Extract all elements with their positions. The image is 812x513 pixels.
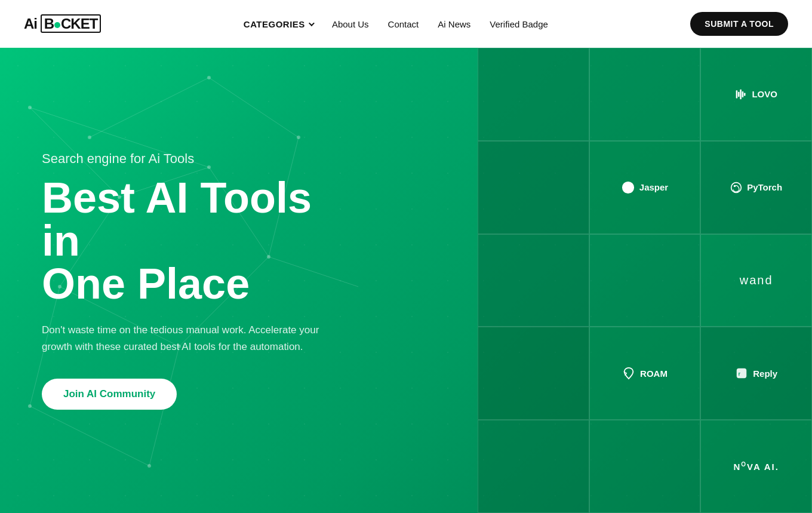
lovo-logo: LOVO <box>735 88 777 100</box>
logo-text: Ai BCKET <box>24 16 101 32</box>
hero-section: Search engine for Ai Tools Best AI Tools… <box>0 48 812 513</box>
jasper-name: Jasper <box>639 182 668 192</box>
join-community-button[interactable]: Join AI Community <box>42 379 177 410</box>
tool-cell-empty-8 <box>589 420 701 513</box>
lovo-name: LOVO <box>752 89 777 99</box>
reply-logo: r Reply <box>735 367 777 380</box>
nova-name: NOVA AI. <box>733 461 779 472</box>
svg-rect-29 <box>744 93 746 96</box>
categories-label: CATEGORIES <box>244 19 305 29</box>
nav-verified-badge[interactable]: Verified Badge <box>490 19 548 29</box>
roam-name: ROAM <box>640 368 668 379</box>
categories-menu[interactable]: CATEGORIES <box>244 19 313 29</box>
tool-cell-jasper[interactable]: Jasper <box>589 141 701 234</box>
chevron-down-icon <box>309 20 315 26</box>
tool-cell-empty-6 <box>478 327 589 420</box>
wand-name: wand <box>740 274 773 287</box>
tool-cell-empty-4 <box>478 234 589 327</box>
tool-cell-reply[interactable]: r Reply <box>700 327 812 420</box>
tool-cell-roam[interactable]: ROAM <box>589 327 701 420</box>
svg-rect-28 <box>742 91 744 97</box>
svg-point-31 <box>626 185 630 189</box>
reply-name: Reply <box>753 368 777 379</box>
hero-description: Don't waste time on the tedious manual w… <box>42 322 346 354</box>
svg-rect-27 <box>740 90 742 100</box>
logo[interactable]: Ai BCKET <box>24 16 101 32</box>
tool-cell-empty-2 <box>589 48 701 141</box>
tool-cell-wand[interactable]: wand <box>700 234 812 327</box>
svg-point-21 <box>147 464 151 468</box>
tool-cell-nova[interactable]: NOVA AI. <box>700 420 812 513</box>
nav-contact[interactable]: Contact <box>388 19 419 29</box>
svg-text:r: r <box>739 371 741 377</box>
hero-content: Search engine for Ai Tools Best AI Tools… <box>0 103 388 457</box>
tool-cell-empty-3 <box>478 141 589 234</box>
nova-logo: NOVA AI. <box>733 461 779 472</box>
hero-title-line1: Best AI Tools in <box>42 174 312 265</box>
hero-title: Best AI Tools in One Place <box>42 176 346 305</box>
svg-rect-25 <box>736 90 738 98</box>
nav-ai-news[interactable]: Ai News <box>438 19 470 29</box>
pytorch-name: PyTorch <box>747 182 782 192</box>
svg-rect-26 <box>738 92 740 97</box>
wand-logo: wand <box>740 274 773 287</box>
nav-links: CATEGORIES About Us Contact Ai News Veri… <box>244 19 548 29</box>
roam-logo: ROAM <box>622 367 668 380</box>
svg-point-32 <box>731 182 742 192</box>
tool-cell-pytorch[interactable]: PyTorch <box>700 141 812 234</box>
tool-cell-empty-7 <box>478 420 589 513</box>
submit-tool-button[interactable]: SUBMIT A TOOL <box>690 12 788 36</box>
jasper-logo: Jasper <box>622 181 668 194</box>
tool-cell-empty-5 <box>589 234 701 327</box>
navbar: Ai BCKET CATEGORIES About Us Contact Ai … <box>0 0 812 48</box>
hero-title-line2: One Place <box>42 260 250 308</box>
tool-cell-lovo[interactable]: LOVO <box>700 48 812 141</box>
svg-point-23 <box>207 76 211 79</box>
tools-grid: LOVO Jasper PyTorch <box>478 48 812 513</box>
nav-about-us[interactable]: About Us <box>332 19 369 29</box>
pytorch-logo: PyTorch <box>730 182 782 193</box>
tool-cell-empty-1 <box>478 48 589 141</box>
hero-subtitle: Search engine for Ai Tools <box>42 151 346 167</box>
